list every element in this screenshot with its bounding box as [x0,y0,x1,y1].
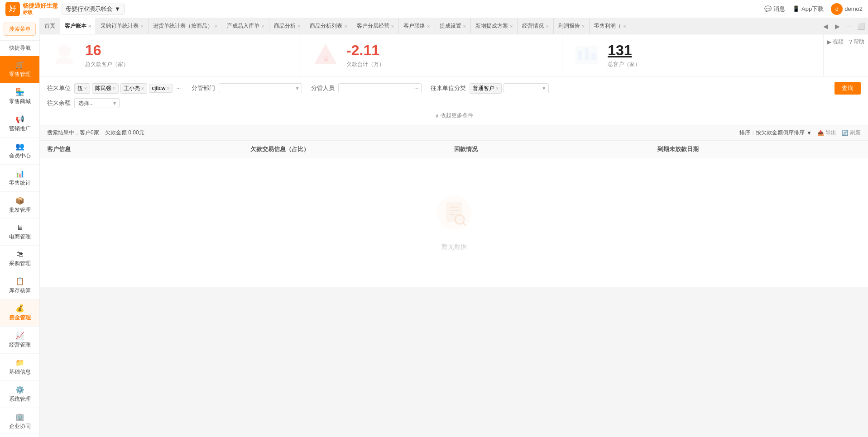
stat-card-debt: ¥ -2.11 欠款合计（万） [301,34,562,76]
sidebar-item-finance[interactable]: 💰 资金管理 [0,299,39,327]
tab-close-prompt-settings[interactable]: × [463,24,466,29]
tab-minimize[interactable]: — [844,21,854,32]
tab-maximize[interactable]: ⬜ [855,21,866,32]
tab-new-prompt-plan[interactable]: 新增提成方案 × [471,18,518,34]
tag-close-chen[interactable]: × [113,86,115,91]
filter-tag-wang: 王小亮 × [120,83,147,94]
tab-product-analysis[interactable]: 商品分析 × [269,18,305,34]
tab-profit-report[interactable]: 利润报告 × [554,18,590,34]
tab-close-product-inbound[interactable]: × [261,24,264,29]
unit-filter-tags: 伍 × 陈民强 × 王小亮 × cjttcw × [74,83,182,94]
tag-close-category[interactable]: × [496,86,499,91]
message-btn[interactable]: 💬 消息 [764,5,785,13]
stat-label-debtors: 总欠款客户（家） [85,61,129,68]
debt-icon: ¥ [312,42,339,69]
content-area: 16 总欠款客户（家） ¥ -2.11 欠款合计（万） [40,34,868,437]
tab-scroll-right[interactable]: ▶ [832,21,843,32]
tab-close-incoming-stats[interactable]: × [215,24,217,29]
filter-tag-category: 普通客户 × [470,83,502,94]
tag-close-wu[interactable]: × [84,86,87,91]
inventory-icon: 📋 [15,277,24,285]
logo-text: 畅捷通好生意 标版 [23,2,58,15]
sidebar-item-purchase[interactable]: 🛍 采购管理 [0,246,39,272]
tab-close-customer-balance[interactable]: × [88,24,91,29]
tab-close-new-prompt-plan[interactable]: × [510,24,513,29]
refresh-icon: 🔄 [842,130,849,136]
sidebar-item-base-info[interactable]: 📁 基础信息 [0,354,39,381]
tab-close-purchase-order[interactable]: × [140,24,143,29]
tab-close-customer-tier[interactable]: × [391,24,394,29]
tab-close-profit-report[interactable]: × [582,24,585,29]
tab-close-product-analysis[interactable]: × [297,24,300,29]
sidebar-item-retail-mall[interactable]: 🏪 零售商城 [0,83,39,110]
sort-selector[interactable]: 排序：按欠款金额倒序排序 ▼ [739,129,812,137]
sidebar-item-retail-stats[interactable]: 📊 零售统计 [0,165,39,192]
tab-product-analysis-list[interactable]: 商品分析列表 × [305,18,352,34]
tag-close-wang[interactable]: × [141,86,144,91]
tab-close-operations-status[interactable]: × [546,24,548,29]
result-bar: 搜索结果中，客户0家 欠款金额 0.00元 排序：按欠款金额倒序排序 ▼ 📤 导… [40,125,868,141]
table-header: 客户信息 欠款交易信息（占比） 回款情况 到期未放款日期 [40,141,868,158]
category-select[interactable] [504,83,549,93]
tab-incoming-stats[interactable]: 进货单统计表（按商品） × [149,18,222,34]
user-avatar[interactable]: d demo2 [831,3,863,15]
tag-close-cjttcw[interactable]: × [167,86,170,91]
tab-close-product-analysis-list[interactable]: × [344,24,347,29]
retail-stats-icon: 📊 [15,169,24,178]
person-input[interactable] [339,84,421,93]
tab-retail-profit[interactable]: 零售利润（ × [590,18,631,34]
filter-more-tags-btn[interactable]: ··· [174,84,182,92]
video-link[interactable]: ▶ 视频 [827,38,844,46]
sidebar-item-wholesale[interactable]: 📦 批发管理 [0,192,39,219]
svg-rect-5 [585,48,589,60]
tab-close-customer-contact[interactable]: × [427,24,430,29]
stats-row: 16 总欠款客户（家） ¥ -2.11 欠款合计（万） [40,34,868,76]
tab-home[interactable]: 首页 [40,18,60,34]
category-select-wrap: ▼ [504,83,549,93]
app-download-btn[interactable]: 📱 App下载 [792,5,824,13]
collapse-row: ∧ 收起更多条件 [47,112,861,119]
stat-card-customers: 131 总客户（家） [562,34,824,76]
dept-input[interactable] [219,83,302,93]
quick-nav-button[interactable]: 快捷导航 [0,41,39,56]
svg-point-0 [58,44,71,57]
sort-chevron-icon: ▼ [806,130,812,136]
tab-close-retail-profit[interactable]: × [623,24,626,29]
sidebar-item-enterprise[interactable]: 🏢 企业协同 [0,408,39,435]
base-info-icon: 📁 [15,358,24,367]
refresh-button[interactable]: 🔄 刷新 [842,129,861,137]
tab-product-inbound[interactable]: 产成品入库单 × [222,18,269,34]
svg-rect-8 [446,202,462,222]
sidebar-item-ecommerce[interactable]: 🖥 电商管理 [0,219,39,246]
sidebar-item-retail-mgmt[interactable]: 🛒 零售管理 [0,56,39,83]
video-icon: ▶ [827,39,831,45]
sidebar-item-inventory[interactable]: 📋 库存核算 [0,272,39,299]
sidebar-item-operations[interactable]: 📈 经营管理 [0,327,39,354]
query-button[interactable]: 查询 [834,82,861,95]
stat-label-customers: 总客户（家） [608,61,640,68]
collapse-button[interactable]: ∧ 收起更多条件 [435,112,473,119]
sidebar-item-marketing[interactable]: 📢 营销推广 [0,110,39,138]
sidebar-item-system[interactable]: ⚙️ 系统管理 [0,381,39,408]
tab-customer-contact[interactable]: 客户联络 × [399,18,435,34]
tab-prompt-settings[interactable]: 提成设置 × [435,18,471,34]
top-bar-right: 💬 消息 📱 App下载 d demo2 [764,3,863,15]
store-selector[interactable]: 母婴行业演示帐套 ▼ [62,4,125,14]
export-button[interactable]: 📤 导出 [817,129,836,137]
balance-select[interactable]: 选择... [74,98,120,108]
tab-customer-tier[interactable]: 客户分层经营 × [352,18,399,34]
search-menu-button[interactable]: 搜索菜单 [4,23,36,36]
tab-purchase-order[interactable]: 采购订单统计表 × [96,18,148,34]
empty-icon [436,195,472,238]
sidebar-item-member-center[interactable]: 👥 会员中心 [0,138,39,165]
person-dots-btn[interactable]: ··· [414,85,418,91]
help-link[interactable]: ? 帮助 [849,38,864,46]
tab-scroll-left[interactable]: ◀ [820,21,831,32]
table-col-debt: 欠款交易信息（占比） [250,145,454,153]
unit-filter-label: 往来单位 [47,84,71,92]
customers-icon [573,42,600,69]
tab-operations-status[interactable]: 经营情况 × [518,18,553,34]
sidebar-item-new-guide[interactable]: 🌟 新手引导 [0,435,39,437]
person-filter-label: 分管人员 [311,84,335,92]
tab-customer-balance[interactable]: 客户账本 × [60,18,96,34]
